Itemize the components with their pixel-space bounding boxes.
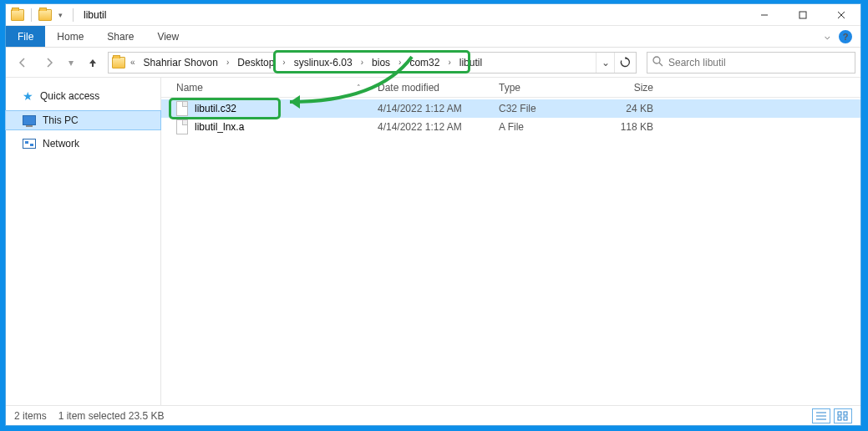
file-icon: [176, 101, 188, 116]
file-row[interactable]: libutil.c32 4/14/2022 1:12 AM C32 File 2…: [161, 99, 860, 118]
svg-rect-9: [838, 412, 841, 415]
navbar: ▾ « Shahriar Shovon › Desktop › syslinux…: [6, 48, 860, 78]
body: ★ Quick access This PC Network Name˄ Dat…: [6, 78, 860, 405]
column-type[interactable]: Type: [499, 82, 595, 94]
recent-dropdown[interactable]: ▾: [64, 51, 78, 74]
chevron-right-icon[interactable]: ›: [393, 58, 406, 67]
column-size[interactable]: Size: [595, 82, 653, 94]
breadcrumb-item[interactable]: Desktop: [234, 57, 277, 68]
statusbar: 2 items 1 item selected 23.5 KB: [6, 405, 860, 425]
sidebar-item-network[interactable]: Network: [6, 134, 160, 153]
chevron-right-icon[interactable]: ›: [221, 58, 234, 67]
refresh-button[interactable]: [614, 53, 636, 73]
file-list: Name˄ Date modified Type Size libutil.c3…: [161, 78, 860, 405]
folder-icon: [112, 57, 125, 68]
chevron-left-icon[interactable]: «: [125, 58, 140, 67]
breadcrumb-item[interactable]: Shahriar Shovon: [140, 57, 221, 68]
svg-rect-1: [799, 12, 806, 18]
svg-point-4: [653, 57, 660, 63]
sidebar-item-label: Network: [43, 138, 79, 150]
breadcrumb-item[interactable]: com32: [406, 57, 443, 68]
titlebar: ▾ libutil: [6, 4, 860, 26]
column-date[interactable]: Date modified: [378, 82, 499, 94]
breadcrumb-item[interactable]: libutil: [456, 57, 485, 68]
svg-rect-12: [844, 417, 847, 420]
separator: [73, 8, 74, 22]
close-button[interactable]: [822, 4, 860, 26]
up-button[interactable]: [81, 51, 104, 74]
sort-asc-icon: ˄: [357, 84, 361, 92]
file-size: 118 KB: [595, 121, 653, 133]
svg-line-5: [659, 63, 662, 66]
file-type: A File: [499, 121, 595, 133]
column-headers: Name˄ Date modified Type Size: [161, 78, 860, 98]
file-type: C32 File: [499, 103, 595, 114]
window-title: libutil: [84, 9, 106, 21]
file-date: 4/14/2022 1:12 AM: [378, 121, 499, 133]
status-item-count: 2 items: [14, 410, 47, 422]
network-icon: [23, 139, 36, 149]
forward-button[interactable]: [38, 51, 61, 74]
breadcrumb-item[interactable]: syslinux-6.03: [291, 57, 356, 68]
search-placeholder: Search libutil: [668, 57, 726, 68]
tab-share[interactable]: Share: [95, 26, 145, 47]
sidebar: ★ Quick access This PC Network: [6, 78, 161, 405]
separator: [31, 8, 32, 22]
ribbon-expand-icon[interactable]: ⌵: [825, 31, 830, 42]
help-icon[interactable]: ?: [839, 30, 852, 43]
search-icon: [652, 56, 663, 69]
breadcrumb-item[interactable]: bios: [368, 57, 393, 68]
tab-home[interactable]: Home: [45, 26, 95, 47]
minimize-button[interactable]: [745, 4, 784, 26]
sidebar-item-quick-access[interactable]: ★ Quick access: [6, 86, 160, 106]
chevron-right-icon[interactable]: ›: [356, 58, 368, 67]
status-selection: 1 item selected 23.5 KB: [58, 410, 165, 422]
file-date: 4/14/2022 1:12 AM: [378, 103, 499, 114]
details-view-button[interactable]: [812, 408, 830, 423]
icons-view-button[interactable]: [834, 408, 852, 423]
back-button[interactable]: [11, 51, 34, 74]
sidebar-item-label: This PC: [43, 114, 79, 126]
file-name: libutil_lnx.a: [195, 121, 244, 133]
folder-icon[interactable]: [38, 9, 52, 21]
search-input[interactable]: Search libutil: [647, 52, 855, 74]
address-bar[interactable]: « Shahriar Shovon › Desktop › syslinux-6…: [108, 52, 637, 74]
svg-rect-11: [838, 417, 841, 420]
ribbon-tabs: File Home Share View ⌵ ?: [6, 26, 860, 48]
file-row[interactable]: libutil_lnx.a 4/14/2022 1:12 AM A File 1…: [161, 118, 860, 136]
monitor-icon: [23, 115, 36, 125]
chevron-right-icon[interactable]: ›: [443, 58, 455, 67]
chevron-right-icon[interactable]: ›: [277, 58, 290, 67]
sidebar-item-label: Quick access: [40, 90, 99, 102]
file-name: libutil.c32: [195, 103, 236, 114]
tab-view[interactable]: View: [145, 26, 190, 47]
address-dropdown[interactable]: ⌄: [596, 53, 614, 73]
svg-rect-10: [844, 412, 847, 415]
file-size: 24 KB: [595, 103, 653, 114]
star-icon: ★: [23, 89, 33, 103]
qat-dropdown[interactable]: ▾: [55, 11, 66, 19]
explorer-window: ▾ libutil File Home Share View ⌵ ? ▾ «: [5, 3, 861, 426]
tab-file[interactable]: File: [6, 26, 45, 47]
file-icon: [176, 119, 188, 134]
sidebar-item-this-pc[interactable]: This PC: [6, 111, 160, 129]
column-name[interactable]: Name˄: [176, 82, 378, 94]
folder-icon: [11, 9, 24, 21]
maximize-button[interactable]: [784, 4, 822, 26]
